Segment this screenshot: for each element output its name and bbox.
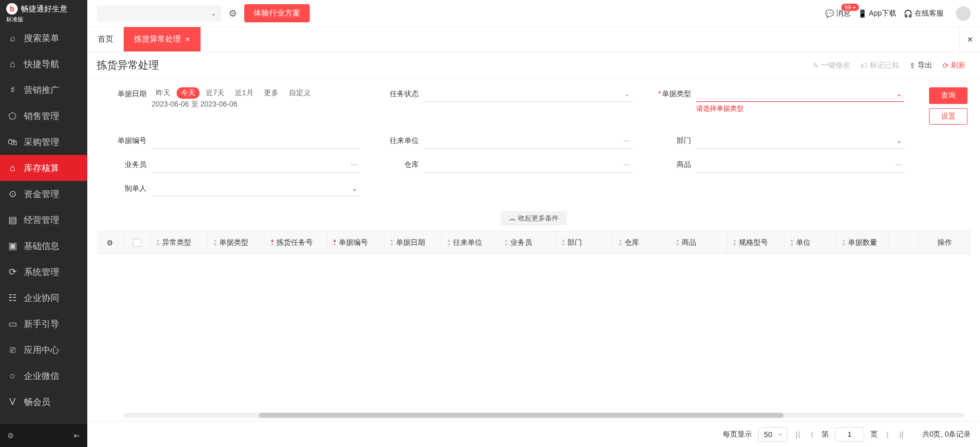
search-button[interactable]: 查询 bbox=[929, 87, 968, 104]
bookmark-icon: 🏷 bbox=[860, 61, 868, 70]
more-icon[interactable]: ⋯ bbox=[623, 161, 630, 168]
more-icon[interactable]: ⋯ bbox=[623, 137, 630, 144]
col-task-no[interactable]: ▲▼拣货任务号 bbox=[265, 231, 327, 254]
creator-label: 制单人 bbox=[100, 182, 147, 193]
close-all-tabs-button[interactable]: ✕ bbox=[959, 27, 980, 51]
preset-1month[interactable]: 近1月 bbox=[231, 87, 258, 99]
close-tab-icon[interactable]: ✕ bbox=[185, 36, 190, 43]
col-partner[interactable]: ▲▼往来单位 bbox=[442, 231, 499, 254]
pagination: 每页显示 50 |⟨ ⟨ 第 页 ⟩ ⟩| 共0页, 0条记录 bbox=[87, 421, 980, 447]
brand-name: 畅捷通好生意 bbox=[21, 4, 68, 14]
nav-base-info[interactable]: ▣基础信息 bbox=[0, 233, 87, 259]
more-icon[interactable]: ⋯ bbox=[351, 161, 357, 168]
horizontal-scrollbar[interactable] bbox=[124, 413, 964, 418]
edit-icon: ✎ bbox=[813, 61, 819, 70]
scrollbar-thumb[interactable] bbox=[259, 413, 784, 418]
doc-no-input[interactable] bbox=[152, 134, 360, 149]
bag-icon: 🛍 bbox=[7, 137, 18, 147]
chevron-down-icon[interactable]: ⌄ bbox=[896, 137, 902, 144]
preset-more[interactable]: 更多 bbox=[260, 87, 283, 99]
preset-7days[interactable]: 近7天 bbox=[202, 87, 229, 99]
settings-button[interactable]: 设置 bbox=[929, 108, 968, 125]
support-button[interactable]: 🎧 在线客服 bbox=[904, 9, 944, 18]
nav-app-center[interactable]: ⎚应用中心 bbox=[0, 337, 87, 363]
col-qty[interactable]: ▲▼单据数量 bbox=[837, 231, 889, 254]
table-body bbox=[97, 254, 971, 421]
refresh-button[interactable]: ⟳刷新 bbox=[937, 58, 971, 73]
partner-input[interactable] bbox=[424, 134, 632, 149]
dept-select[interactable] bbox=[696, 134, 904, 149]
nav-business[interactable]: ▤经营管理 bbox=[0, 207, 87, 233]
first-page-button[interactable]: |⟨ bbox=[793, 428, 802, 441]
sales-label: 业务员 bbox=[100, 158, 147, 169]
table-settings-button[interactable]: ⚙ bbox=[97, 231, 124, 254]
tab-home[interactable]: 首页 bbox=[87, 27, 124, 51]
nav-purchase[interactable]: 🛍采购管理 bbox=[0, 129, 87, 155]
col-exception-type[interactable]: ▲▼异常类型 bbox=[151, 231, 208, 254]
messages-button[interactable]: 💬 消息 99 + bbox=[825, 9, 851, 18]
per-page-select[interactable]: 50 bbox=[758, 427, 787, 442]
preset-custom[interactable]: 自定义 bbox=[285, 87, 315, 99]
page-prefix: 第 bbox=[822, 430, 829, 439]
warehouse-input[interactable] bbox=[424, 158, 632, 173]
more-icon[interactable]: ⋯ bbox=[895, 161, 902, 168]
preset-yesterday[interactable]: 昨天 bbox=[152, 87, 175, 99]
collapse-sidebar-icon[interactable]: ⇤ bbox=[74, 431, 80, 440]
col-spec[interactable]: ▲▼规格型号 bbox=[727, 231, 785, 254]
promo-button[interactable]: 体验行业方案 bbox=[244, 4, 310, 22]
chevron-down-icon[interactable]: ⌄ bbox=[624, 90, 630, 98]
last-page-button[interactable]: ⟩| bbox=[897, 428, 906, 441]
nav-sales[interactable]: ⬠销售管理 bbox=[0, 103, 87, 129]
doc-type-select[interactable] bbox=[696, 87, 904, 102]
user-avatar[interactable] bbox=[956, 6, 971, 21]
app-download-button[interactable]: 📱 App下载 bbox=[858, 9, 896, 18]
product-input[interactable] bbox=[696, 158, 904, 173]
prev-page-button[interactable]: ⟨ bbox=[809, 428, 815, 441]
nav-quick-nav[interactable]: ⌂快捷导航 bbox=[0, 51, 87, 77]
date-range-text: 2023-06-06 至 2023-06-06 bbox=[152, 100, 315, 109]
sales-input[interactable] bbox=[152, 158, 360, 173]
edit-all-button: ✎一键修改 bbox=[807, 58, 855, 73]
nav-system[interactable]: ⟳系统管理 bbox=[0, 259, 87, 285]
page-suffix: 页 bbox=[870, 430, 878, 439]
task-status-select[interactable] bbox=[424, 87, 632, 102]
phone-icon: 📱 bbox=[858, 9, 867, 18]
results-table: ⚙ ▲▼异常类型 ▲▼单据类型 ▲▼拣货任务号 ▲▼单据编号 ▲▼单据日期 ▲▼… bbox=[97, 231, 971, 421]
col-unit[interactable]: ▲▼单位 bbox=[785, 231, 837, 254]
col-dept[interactable]: ▲▼部门 bbox=[556, 231, 613, 254]
refresh-icon: ⟳ bbox=[943, 61, 949, 70]
nav-wechat-work[interactable]: ○企业微信 bbox=[0, 363, 87, 389]
chevron-down-icon[interactable]: ⌄ bbox=[896, 90, 902, 98]
collapse-filters-button[interactable]: ︽ 收起更多条件 bbox=[501, 211, 567, 226]
col-doc-no[interactable]: ▲▼单据编号 bbox=[327, 231, 385, 254]
filter-panel: 单据日期 昨天 今天 近7天 近1月 更多 自定义 2023-06-06 至 2… bbox=[87, 79, 980, 211]
col-doc-type[interactable]: ▲▼单据类型 bbox=[208, 231, 265, 254]
next-page-button[interactable]: ⟩ bbox=[884, 428, 891, 441]
nav-marketing[interactable]: ♯营销推广 bbox=[0, 77, 87, 103]
col-doc-date[interactable]: ▲▼单据日期 bbox=[385, 231, 442, 254]
tv-icon: ⎚ bbox=[7, 345, 18, 355]
select-all-checkbox[interactable] bbox=[133, 239, 141, 247]
col-warehouse[interactable]: ▲▼仓库 bbox=[613, 231, 670, 254]
tab-picking-exception[interactable]: 拣货异常处理 ✕ bbox=[124, 27, 201, 51]
chevron-down-icon[interactable]: ⌄ bbox=[352, 185, 357, 192]
nav-collab[interactable]: ☷企业协同 bbox=[0, 285, 87, 311]
home-icon: ⌂ bbox=[7, 59, 18, 69]
nav-inventory[interactable]: ⌂库存核算 bbox=[0, 155, 87, 181]
export-button[interactable]: ⇪导出 bbox=[904, 58, 937, 73]
creator-select[interactable] bbox=[152, 182, 360, 196]
export-icon: ⇪ bbox=[909, 61, 916, 70]
col-product[interactable]: ▲▼商品 bbox=[670, 231, 727, 254]
preset-today[interactable]: 今天 bbox=[177, 87, 200, 99]
nav-guide[interactable]: ▭新手引导 bbox=[0, 311, 87, 337]
doc-no-label: 单据编号 bbox=[100, 134, 147, 146]
nav-search-menu[interactable]: ⌕搜索菜单 bbox=[0, 25, 87, 51]
settings-icon[interactable]: ⚙ bbox=[7, 431, 14, 440]
table-header-row: ⚙ ▲▼异常类型 ▲▼单据类型 ▲▼拣货任务号 ▲▼单据编号 ▲▼单据日期 ▲▼… bbox=[97, 231, 971, 254]
org-selector[interactable]: ⌄ bbox=[97, 5, 221, 22]
col-sales[interactable]: ▲▼业务员 bbox=[499, 231, 556, 254]
page-number-input[interactable] bbox=[835, 427, 864, 442]
nav-finance[interactable]: ⊙资金管理 bbox=[0, 181, 87, 207]
nav-vip[interactable]: V畅会员 bbox=[0, 389, 87, 415]
gear-icon[interactable]: ⚙ bbox=[229, 8, 237, 19]
